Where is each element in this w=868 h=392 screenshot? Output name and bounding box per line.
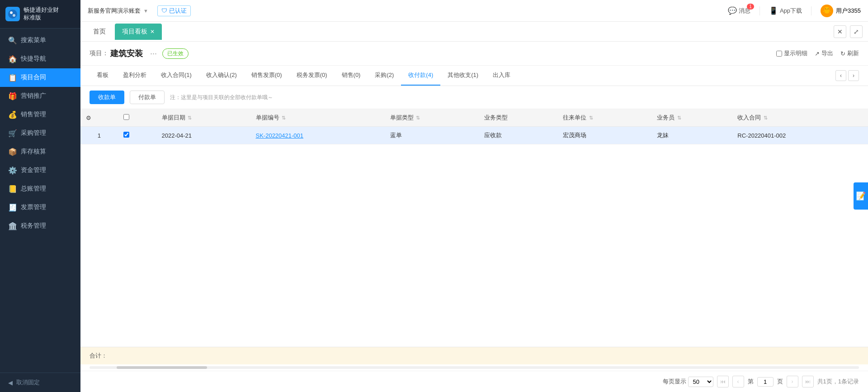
salesman-cell: 龙妹 [651,127,732,144]
sidebar-item-quicknav[interactable]: 🏠 快捷导航 [0,50,80,68]
page-size-select[interactable]: 每页显示 50 100 200 [663,377,713,387]
doc-number-link[interactable]: SK-20220421-001 [256,132,304,139]
account-selector[interactable]: 新服务官网演示账套 ▼ [88,7,148,15]
subnav-other-expenses[interactable]: 其他收支(1) [440,66,486,86]
subnav-collection[interactable]: 收付款(4) [401,66,440,86]
subnav-profit[interactable]: 盈利分析 [116,66,154,86]
tab-project-board[interactable]: 项目看板 ✕ [115,24,162,40]
unpin-icon: ◀ [8,379,13,386]
checkbox-column-header[interactable] [118,109,156,127]
detail-checkbox-input[interactable] [776,51,782,57]
doctype-column-header[interactable]: 单据类型 ⇅ [385,109,479,127]
sidebar-item-ledger[interactable]: 📒 总账管理 [0,180,80,198]
refresh-button[interactable]: ↻ 刷新 [840,49,859,57]
sidebar-item-label: 发票管理 [21,203,46,211]
subnav-kanban[interactable]: 看板 [90,66,116,86]
inventory-icon: 📦 [8,148,16,156]
row-checkbox[interactable] [123,132,129,138]
page-number-input[interactable] [757,377,774,387]
sidebar-item-search[interactable]: 🔍 搜索菜单 [0,31,80,50]
purchase-icon: 🛒 [8,129,16,138]
sidebar-item-label: 税务管理 [21,222,46,230]
svg-point-2 [13,14,15,17]
sidebar-item-inventory[interactable]: 📦 库存核算 [0,143,80,161]
horizontal-scrollbar[interactable] [80,364,868,371]
sidebar-item-sales[interactable]: 💰 销售管理 [0,105,80,124]
svg-point-0 [8,10,17,19]
income-contract-column-header[interactable]: 收入合同 ⇅ [732,109,868,127]
app-version: 标准版 [24,14,59,22]
payment-filter-btn[interactable]: 付款单 [130,91,165,104]
subnav-inout[interactable]: 出入库 [486,66,518,86]
ledger-icon: 📒 [8,185,16,193]
invoice-icon: 🧾 [8,203,16,212]
subnav-next-arrow[interactable]: › [848,70,859,81]
feedback-fab[interactable]: 📝 [854,182,868,210]
export-button[interactable]: ↗ 导出 [815,49,833,57]
sidebar-item-label: 库存核算 [21,148,46,156]
sidebar-item-label: 采购管理 [21,129,46,137]
first-page-button[interactable]: ⏮ [717,376,729,387]
salesman-column-header[interactable]: 业务员 ⇅ [651,109,732,127]
messages-button[interactable]: 💬 消息 1 [728,6,750,15]
date-column-header[interactable]: 单据日期 ⇅ [156,109,250,127]
partner-column-header[interactable]: 往来单位 ⇅ [557,109,651,127]
sort-icon: ⇅ [589,115,593,120]
sidebar-item-purchase[interactable]: 🛒 采购管理 [0,124,80,143]
page-size-dropdown[interactable]: 50 100 200 [688,377,713,387]
page-size-label: 每页显示 [663,378,686,386]
home-icon: 🏠 [8,55,16,63]
next-page-button[interactable]: › [787,376,798,387]
sidebar-item-label: 快捷导航 [21,55,46,63]
sidebar-item-tax[interactable]: 🏛️ 税务管理 [0,217,80,235]
last-page-button[interactable]: ⏭ [802,376,814,387]
messages-badge: 1 [747,4,754,10]
subnav-arrows: ‹ › [835,70,859,81]
subnav-income-contract[interactable]: 收入合同(1) [154,66,199,86]
tab-home[interactable]: 首页 [86,24,113,40]
scrollbar-thumb[interactable] [117,366,207,369]
sidebar-item-label: 资金管理 [21,166,46,174]
select-all-checkbox[interactable] [123,114,129,120]
tabbar: 首页 项目看板 ✕ ✕ ⤢ [80,22,868,42]
sidebar-item-marketing[interactable]: 🎁 营销推广 [0,87,80,105]
sales-icon: 💰 [8,110,16,119]
seq-cell: 1 [80,127,118,144]
gear-column-header[interactable]: ⚙ [80,109,118,127]
biztype-cell: 应收款 [479,127,557,144]
user-area[interactable]: 🐥 用户3355 [821,5,861,17]
row-checkbox-cell[interactable] [118,127,156,144]
subnav-sales-invoice[interactable]: 销售发票(0) [244,66,289,86]
sidebar-item-invoice[interactable]: 🧾 发票管理 [0,198,80,217]
app-download-button[interactable]: 📱 App下载 [769,6,802,15]
number-column-header[interactable]: 单据编号 ⇅ [250,109,385,127]
sort-icon: ⇅ [416,115,420,120]
prev-page-button[interactable]: ‹ [732,376,744,387]
sub-nav: 看板 盈利分析 收入合同(1) 收入确认(2) 销售发票(0) 税务发票(0) … [80,66,868,86]
tab-close-icon[interactable]: ✕ [150,29,155,35]
tab-home-label: 首页 [93,28,106,36]
shield-icon: 🛡 [161,7,167,14]
sidebar-item-project[interactable]: 📋 项目合同 [0,68,80,87]
sidebar-item-funds[interactable]: ⚙️ 资金管理 [0,161,80,180]
sidebar-item-label: 搜索菜单 [21,36,46,44]
show-detail-checkbox[interactable]: 显示明细 [776,49,807,57]
divider [811,6,811,15]
scrollbar-track[interactable] [90,366,859,369]
table-row[interactable]: 1 2022-04-21 SK-20220421-001 蓝单 应收款 宏茂商场… [80,127,868,144]
sort-icon: ⇅ [282,115,286,120]
sidebar-nav: 🔍 搜索菜单 🏠 快捷导航 📋 项目合同 🎁 营销推广 💰 销售管理 🛒 采购管… [0,29,80,373]
page-word: 第 [748,378,754,386]
expand-window-button[interactable]: ⤢ [850,25,863,38]
subnav-purchase[interactable]: 采购(2) [368,66,401,86]
status-badge: 已生效 [162,48,189,59]
subnav-income-confirm[interactable]: 收入确认(2) [199,66,244,86]
more-options-icon[interactable]: ··· [150,49,157,58]
collection-filter-btn[interactable]: 收款单 [90,91,124,104]
sidebar-unpin[interactable]: ◀ 取消固定 [0,373,80,392]
close-window-button[interactable]: ✕ [834,25,846,38]
subnav-prev-arrow[interactable]: ‹ [835,70,846,81]
subnav-sales[interactable]: 销售(0) [335,66,368,86]
subnav-tax-invoice[interactable]: 税务发票(0) [289,66,335,86]
number-cell[interactable]: SK-20220421-001 [250,127,385,144]
